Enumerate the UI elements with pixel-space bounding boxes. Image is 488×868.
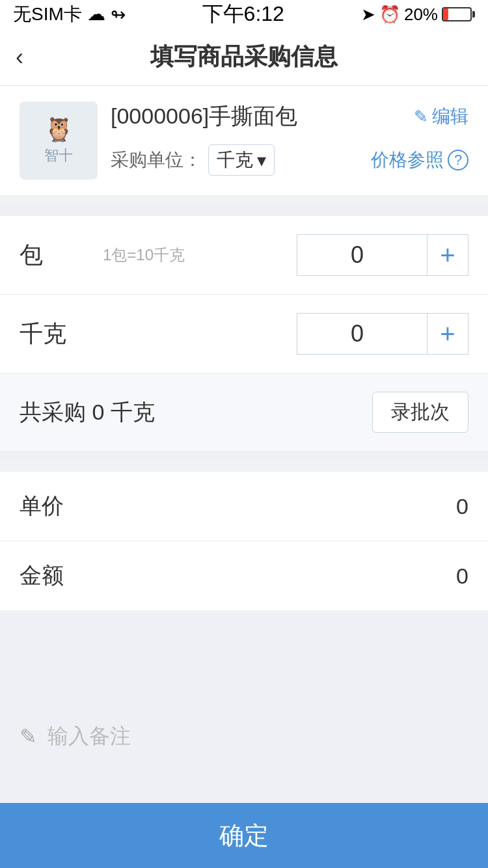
product-logo-text: 智十 [44, 146, 73, 165]
divider-2 [0, 451, 488, 461]
page-title: 填写商品采购信息 [150, 41, 338, 73]
summary-text: 共采购 0 千克 [20, 398, 155, 427]
remark-placeholder: 输入备注 [47, 722, 131, 751]
status-time: 下午6:12 [202, 0, 284, 29]
quantity-row-kg: 千克 + [0, 295, 488, 373]
alarm-icon: ⏰ [379, 5, 400, 25]
status-left: 无SIM卡 ☁ ↬ [13, 2, 126, 27]
quantity-row-bag: 包 1包=10千克 + [0, 216, 488, 295]
chevron-down-icon: ▾ [257, 150, 266, 171]
help-icon: ? [448, 150, 468, 170]
pencil-icon: ✎ [20, 724, 37, 749]
quantity-section: 包 1包=10千克 + 千克 + [0, 216, 488, 373]
unit-price-row: 单价 0 [0, 472, 488, 541]
bag-input-wrap: + [185, 234, 468, 276]
kg-input[interactable] [297, 313, 427, 355]
unit-value: 千克 [217, 148, 253, 172]
unit-price-label: 单价 [20, 491, 64, 521]
kg-input-wrap: + [98, 313, 468, 355]
status-right: ➤ ⏰ 20% [361, 5, 475, 25]
battery-percent: 20% [404, 5, 438, 25]
unit-price-value: 0 [456, 494, 468, 519]
kg-label: 千克 [20, 318, 98, 350]
product-card: 🦉 智十 [0000006]手撕面包 ✎ 编辑 采购单位： 千克 ▾ 价格参照 … [0, 86, 488, 195]
product-logo: 🦉 [44, 116, 74, 143]
kg-plus-button[interactable]: + [427, 313, 468, 355]
product-info: [0000006]手撕面包 ✎ 编辑 采购单位： 千克 ▾ 价格参照 ? [111, 102, 468, 176]
unit-select[interactable]: 千克 ▾ [208, 144, 275, 176]
status-bar: 无SIM卡 ☁ ↬ 下午6:12 ➤ ⏰ 20% [0, 0, 488, 29]
product-name-row: [0000006]手撕面包 ✎ 编辑 [111, 102, 468, 131]
price-ref-button[interactable]: 价格参照 ? [371, 148, 468, 172]
amount-label: 金额 [20, 561, 64, 591]
bag-label: 包 [20, 239, 98, 271]
nav-bar: ‹ 填写商品采购信息 [0, 29, 488, 86]
wifi-icon: ↬ [111, 4, 126, 25]
bag-plus-button[interactable]: + [427, 234, 468, 276]
divider-1 [0, 206, 488, 216]
amount-value: 0 [456, 563, 468, 589]
edit-button[interactable]: ✎ 编辑 [414, 104, 468, 129]
product-name: [0000006]手撕面包 [111, 102, 297, 131]
price-section: 单价 0 金额 0 [0, 472, 488, 610]
confirm-button[interactable]: 确定 [0, 803, 488, 868]
price-ref-label: 价格参照 [371, 148, 444, 172]
bag-input[interactable] [297, 234, 427, 276]
summary-row: 共采购 0 千克 录批次 [0, 373, 488, 451]
purchase-unit-label: 采购单位： [111, 148, 202, 172]
battery-icon [442, 7, 475, 21]
back-button[interactable]: ‹ [16, 44, 23, 71]
purchase-unit-row: 采购单位： 千克 ▾ 价格参照 ? [111, 144, 468, 176]
bag-sublabel: 1包=10千克 [103, 245, 185, 265]
edit-icon: ✎ [414, 107, 428, 127]
no-sim-label: 无SIM卡 ☁ [13, 2, 105, 27]
location-icon: ➤ [361, 5, 375, 25]
record-batch-button[interactable]: 录批次 [372, 392, 468, 433]
product-thumbnail: 🦉 智十 [20, 102, 98, 180]
amount-row: 金额 0 [0, 541, 488, 610]
edit-label: 编辑 [432, 104, 468, 129]
